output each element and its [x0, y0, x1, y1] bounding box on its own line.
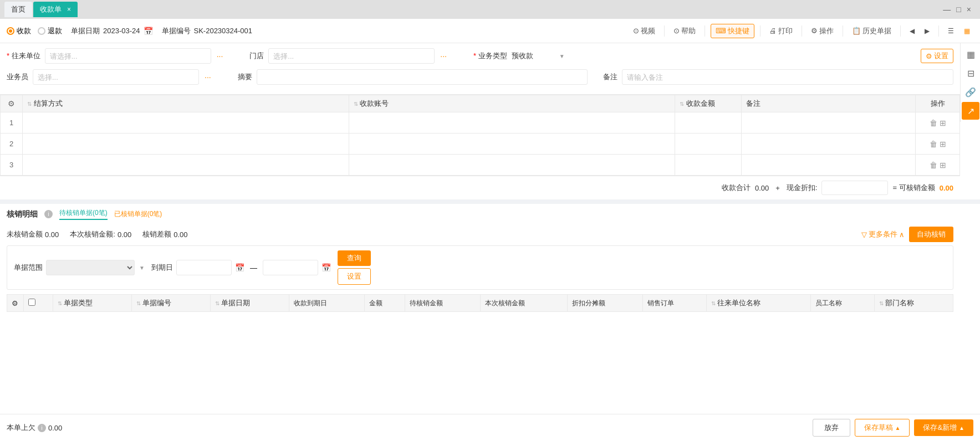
copy-icon-1[interactable]: ⊞ [940, 119, 946, 127]
col-ops: 操作 [916, 95, 960, 112]
gear-icon: ⚙ [926, 52, 932, 60]
print-icon: 🖨 [769, 27, 777, 35]
row-num-1: 1 [1, 112, 23, 134]
done-tab[interactable]: 已核销单据(0笔) [114, 209, 162, 219]
history-btn[interactable]: 📋 历史单据 [849, 25, 895, 37]
hexiao-settings-btn[interactable]: 设置 [338, 268, 371, 285]
table-settings-icon[interactable]: ⚙ [8, 99, 15, 108]
window-max-btn[interactable]: □ [956, 5, 961, 14]
pending-tab[interactable]: 待核销单据(0笔) [59, 208, 108, 220]
range-label: 单据范围 [14, 263, 43, 273]
due-filter: 到期日 2022-04-01 📅 — 2022-04-12 📅 [151, 260, 331, 275]
hexiao-info-icon[interactable]: i [44, 210, 53, 218]
sidebar-doc-btn[interactable]: ⊟ [962, 64, 979, 82]
auto-hexiao-btn[interactable]: 自动核销 [909, 227, 953, 242]
delete-icon-3[interactable]: 🗑 [930, 161, 937, 170]
partner-input[interactable] [45, 48, 211, 64]
col-amount: ⇅ 收款金额 [675, 95, 742, 112]
settle-cell-1[interactable] [23, 112, 349, 134]
staff-more-icon[interactable]: ··· [205, 73, 211, 81]
cal-icon-from[interactable]: 📅 [235, 263, 244, 272]
ops-btn[interactable]: ⚙ 操作 [808, 25, 837, 37]
delete-icon-2[interactable]: 🗑 [930, 140, 937, 148]
account-cell-2[interactable] [349, 134, 675, 155]
tab-close-icon[interactable]: × [67, 6, 71, 13]
range-filter: 单据范围 ▼ [14, 260, 145, 275]
nav-prev-btn[interactable]: ◀ [906, 26, 918, 36]
settings-button[interactable]: ⚙ 设置 [921, 49, 953, 63]
account-cell-1[interactable] [349, 112, 675, 134]
shop-more-icon[interactable]: ··· [440, 52, 447, 60]
query-btn[interactable]: 查询 [338, 250, 371, 266]
shop-input[interactable] [268, 48, 435, 64]
remark-label: 备注 [603, 72, 617, 82]
bottom-info-icon[interactable]: i [38, 424, 46, 432]
total-label: 收款合计 [722, 183, 751, 193]
divider-2 [705, 25, 705, 37]
settle-cell-3[interactable] [23, 155, 349, 176]
shortcut-btn[interactable]: ⌨ 快捷键 [711, 24, 754, 38]
radio-shou[interactable]: 收款 [7, 26, 31, 36]
remark-input[interactable] [622, 69, 953, 85]
bottom-info-label: 本单上欠 [7, 423, 35, 433]
tab-receipt[interactable]: 收款单 × [33, 2, 78, 17]
copy-icon-2[interactable]: ⊞ [940, 140, 946, 148]
partner-more-icon[interactable]: ··· [217, 52, 223, 60]
gear-icon-bottom[interactable]: ⚙ [12, 299, 18, 307]
draft-btn[interactable]: 保存草稿 ▲ [855, 419, 910, 437]
select-all-checkbox[interactable] [28, 299, 35, 306]
window-close-btn[interactable]: × [967, 5, 971, 14]
save-btn[interactable]: 保存&新增 ▲ [914, 419, 973, 436]
settle-cell-2[interactable] [23, 134, 349, 155]
nav-next-btn[interactable]: ▶ [921, 26, 933, 36]
cal-icon-to[interactable]: 📅 [321, 263, 331, 272]
search-filter-row: 单据范围 ▼ 到期日 2022-04-01 📅 — 2022-04-12 📅 查… [7, 245, 953, 290]
biz-type-arrow[interactable]: ▼ [559, 53, 565, 59]
staff-input[interactable] [33, 69, 199, 85]
range-arrow[interactable]: ▼ [139, 265, 145, 271]
col-amount-b: 金额 [365, 295, 405, 312]
remark-cell-2[interactable] [742, 134, 916, 155]
col-account: ⇅ 收款账号 [349, 95, 675, 112]
sidebar-link-btn[interactable]: 🔗 [962, 83, 979, 101]
more-filter-btn[interactable]: ▽ 更多条件 ∧ [861, 229, 905, 239]
summary-input[interactable] [257, 69, 588, 85]
row-num-3: 3 [1, 155, 23, 176]
account-cell-3[interactable] [349, 155, 675, 176]
divider-4 [802, 25, 802, 37]
action-cell-1: 🗑 ⊞ [916, 112, 960, 134]
date-to-input[interactable]: 2022-04-12 [263, 260, 318, 275]
radio-tui[interactable]: 退款 [38, 26, 62, 36]
remark-cell-1[interactable] [742, 112, 916, 134]
discount-input[interactable] [821, 181, 888, 195]
unchecked-value: 0.00 [45, 230, 59, 239]
save-chevron-icon: ▲ [959, 425, 964, 431]
col-remark: 备注 [742, 95, 916, 112]
form-view-btn[interactable]: ▦ [961, 26, 973, 36]
window-min-btn[interactable]: — [943, 5, 951, 14]
filter-icon: ▽ [861, 230, 867, 239]
print-btn[interactable]: 🖨 打印 [766, 25, 796, 37]
video-btn[interactable]: ⊙ 视频 [630, 25, 659, 37]
tab-home[interactable]: 首页 [4, 2, 32, 17]
range-select[interactable] [46, 260, 135, 275]
stats-row: 未核销金额 0.00 本次核销金额: 0.00 核销差额 0.00 ▽ 更多条件… [7, 223, 953, 245]
discard-btn[interactable]: 放弃 [813, 419, 850, 437]
sidebar-table-btn[interactable]: ▦ [962, 45, 979, 63]
sidebar-expand-btn[interactable]: ↗ [962, 102, 979, 120]
video-icon: ⊙ [633, 27, 639, 35]
help-btn[interactable]: ⊙ 帮助 [670, 25, 699, 37]
remark-cell-3[interactable] [742, 155, 916, 176]
number-label: 单据编号 [162, 26, 191, 36]
biz-type-label: 业务类型 [473, 51, 507, 61]
delete-icon-1[interactable]: 🗑 [930, 119, 937, 127]
calendar-icon[interactable]: 📅 [144, 27, 153, 35]
col-partner-name: ⇅ 往来单位名称 [707, 295, 811, 312]
copy-icon-3[interactable]: ⊞ [940, 161, 946, 170]
date-from-input[interactable]: 2022-04-01 [176, 260, 232, 275]
amount-cell-1[interactable] [675, 112, 742, 134]
amount-cell-3[interactable] [675, 155, 742, 176]
list-view-btn[interactable]: ☰ [945, 26, 957, 36]
hexiao-title: 核销明细 [7, 209, 38, 219]
amount-cell-2[interactable] [675, 134, 742, 155]
